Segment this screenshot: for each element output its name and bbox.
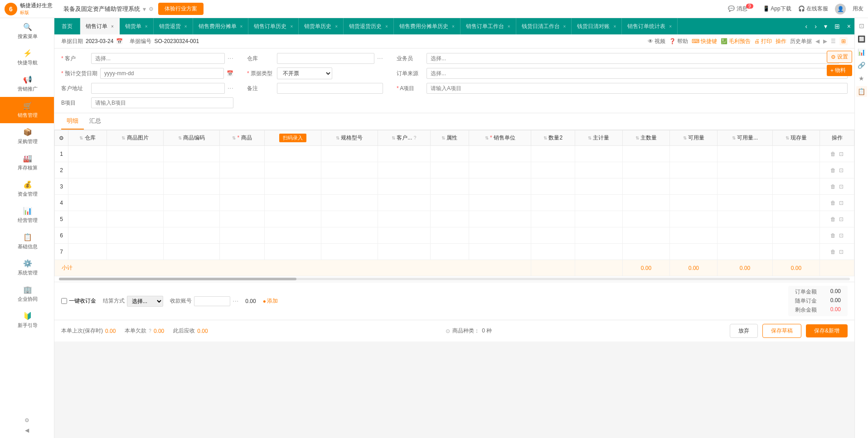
a-project-input[interactable] xyxy=(427,83,848,94)
cell-attribute[interactable] xyxy=(430,162,469,178)
cell-unit[interactable] xyxy=(469,178,531,195)
cell-stock[interactable] xyxy=(772,162,820,178)
cell-main-qty[interactable] xyxy=(622,244,670,260)
cell-main-qty[interactable] xyxy=(622,146,670,162)
cell-stock[interactable] xyxy=(772,244,820,260)
cell-available2[interactable] xyxy=(718,178,772,195)
row-delete-icon[interactable]: 🗑 xyxy=(830,249,836,255)
tab-close-refund-history[interactable]: × xyxy=(385,24,388,29)
row-delete-icon[interactable]: 🗑 xyxy=(830,200,836,206)
tab-cash-reconcile[interactable]: 钱货日清对账 × xyxy=(572,18,622,34)
row-copy-icon[interactable]: ⊡ xyxy=(839,167,844,173)
cell-available[interactable] xyxy=(670,227,718,244)
history-btn[interactable]: 历史单据 xyxy=(790,38,812,45)
cell-stock[interactable] xyxy=(772,195,820,211)
cell-main-qty[interactable] xyxy=(622,178,670,195)
tab-close-workbench[interactable]: × xyxy=(508,24,510,29)
save-btn[interactable]: 保存&新增 xyxy=(806,324,848,337)
cell-main-unit[interactable] xyxy=(575,146,622,162)
cell-available[interactable] xyxy=(670,146,718,162)
auto-checkout-checkbox[interactable]: 一键收订金 xyxy=(61,297,96,305)
tab-prev-btn[interactable]: ‹ xyxy=(801,18,811,34)
tab-close-cash-daily[interactable]: × xyxy=(563,24,566,29)
cell-product[interactable] xyxy=(220,244,264,260)
settings-icon[interactable]: ⚙ xyxy=(149,6,154,12)
sidebar-item-basic[interactable]: 📋 基础信息 xyxy=(0,228,54,255)
table-tab-summary[interactable]: 汇总 xyxy=(84,113,107,130)
tab-close-all-btn[interactable]: × xyxy=(844,18,854,34)
cell-image[interactable] xyxy=(107,227,163,244)
tab-close-sales-order[interactable]: × xyxy=(111,24,114,29)
right-icon-6[interactable]: 📋 xyxy=(856,86,867,97)
tab-sales-return[interactable]: 销货单 × xyxy=(120,18,154,34)
cell-code[interactable] xyxy=(163,227,219,244)
tab-next-btn[interactable]: › xyxy=(811,18,820,34)
cell-attribute[interactable] xyxy=(430,227,469,244)
settings-float-btn[interactable]: ⚙ 设置 xyxy=(827,51,852,63)
row-delete-icon[interactable]: 🗑 xyxy=(830,232,836,239)
row-copy-icon[interactable]: ⊡ xyxy=(839,200,844,206)
right-icon-3[interactable]: 📊 xyxy=(856,47,867,58)
tab-close-return-history[interactable]: × xyxy=(335,24,338,29)
print-btn[interactable]: 🖨 打印 xyxy=(754,38,772,45)
sidebar-collapse-icon[interactable]: ◀ xyxy=(25,427,29,433)
cell-qty2[interactable] xyxy=(531,146,575,162)
view-toggle-icon[interactable]: ☰ xyxy=(831,38,836,44)
cell-code[interactable] xyxy=(163,195,219,211)
row-delete-icon[interactable]: 🗑 xyxy=(830,151,836,157)
nav-next-icon[interactable]: ▶ xyxy=(823,38,827,44)
cell-image[interactable] xyxy=(107,162,163,178)
tab-fee-history[interactable]: 销售费用分摊单历史 × xyxy=(394,18,461,34)
operation-btn[interactable]: 操作 xyxy=(776,38,786,45)
staff-input[interactable] xyxy=(427,53,839,64)
cell-scan[interactable] xyxy=(264,178,321,195)
help-btn[interactable]: ❓ 帮助 xyxy=(669,38,688,45)
cell-scan[interactable] xyxy=(264,244,321,260)
receipt-more-btn[interactable]: ··· xyxy=(233,297,238,305)
cell-main-unit[interactable] xyxy=(575,211,622,227)
cell-stock[interactable] xyxy=(772,211,820,227)
online-service-btn[interactable]: 🎧 在线客服 xyxy=(798,5,828,13)
cell-main-unit[interactable] xyxy=(575,195,622,211)
address-input[interactable] xyxy=(91,83,225,94)
cell-spec[interactable] xyxy=(321,244,378,260)
cell-main-qty[interactable] xyxy=(622,227,670,244)
warehouse-input[interactable]: 成品库 xyxy=(277,53,374,64)
nav-prev-icon[interactable]: ◀ xyxy=(815,38,820,44)
tab-cash-daily[interactable]: 钱货日清工作台 × xyxy=(516,18,572,34)
row-copy-icon[interactable]: ⊡ xyxy=(839,151,844,157)
tab-close-sales-history[interactable]: × xyxy=(290,24,293,29)
view-btn[interactable]: 👁 视频 xyxy=(648,38,665,45)
row-copy-icon[interactable]: ⊡ xyxy=(839,216,844,222)
cell-main-unit[interactable] xyxy=(575,162,622,178)
cell-product[interactable] xyxy=(220,178,264,195)
cell-attribute[interactable] xyxy=(430,195,469,211)
app-download-btn[interactable]: 📱 App下载 xyxy=(763,5,791,13)
col-settings[interactable]: ⚙ xyxy=(55,130,68,146)
tab-sales-summary[interactable]: 销售订单统计表 × xyxy=(622,18,678,34)
right-icon-4[interactable]: 🔗 xyxy=(856,60,867,71)
table-scrollbar[interactable] xyxy=(54,276,854,282)
cell-code[interactable] xyxy=(163,146,219,162)
tab-close-sales-return[interactable]: × xyxy=(145,24,148,29)
cell-spec[interactable] xyxy=(321,195,378,211)
sidebar-item-operations[interactable]: 📊 经营管理 xyxy=(0,202,54,228)
row-copy-icon[interactable]: ⊡ xyxy=(839,232,844,239)
cell-code[interactable] xyxy=(163,244,219,260)
calendar-icon[interactable]: 📅 xyxy=(116,38,123,44)
tab-close-sales-summary[interactable]: × xyxy=(669,24,672,29)
cell-customer-code[interactable] xyxy=(378,178,430,195)
sidebar-item-finance[interactable]: 💰 资金管理 xyxy=(0,176,54,202)
tab-home[interactable]: 首页 xyxy=(54,18,80,34)
row-delete-icon[interactable]: 🗑 xyxy=(830,216,836,222)
cell-code[interactable] xyxy=(163,178,219,195)
customer-input[interactable] xyxy=(91,53,225,64)
cell-unit[interactable] xyxy=(469,146,531,162)
cell-spec[interactable] xyxy=(321,178,378,195)
cell-scan[interactable] xyxy=(264,227,321,244)
cell-qty2[interactable] xyxy=(531,162,575,178)
cell-main-unit[interactable] xyxy=(575,178,622,195)
cell-scan[interactable] xyxy=(264,195,321,211)
cell-spec[interactable] xyxy=(321,146,378,162)
add-material-btn[interactable]: + 物料 xyxy=(827,65,852,76)
